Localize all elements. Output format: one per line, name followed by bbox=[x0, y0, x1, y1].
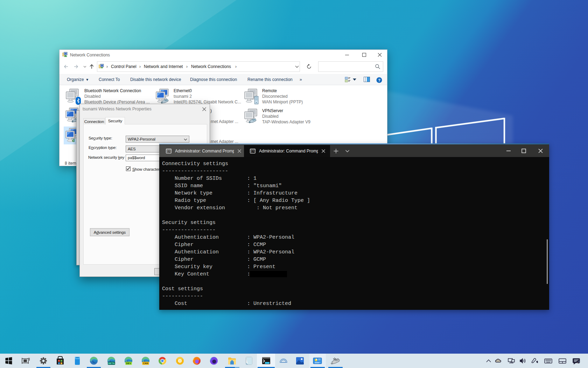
svg-text:?: ? bbox=[378, 78, 380, 82]
svg-text:C:\: C:\ bbox=[167, 151, 171, 153]
svg-text:✎: ✎ bbox=[578, 361, 579, 363]
svg-text:DEV: DEV bbox=[126, 362, 131, 364]
svg-text:CAN: CAN bbox=[143, 362, 148, 364]
svg-text:BETA: BETA bbox=[108, 362, 115, 364]
svg-text:C:\: C:\ bbox=[251, 151, 255, 153]
